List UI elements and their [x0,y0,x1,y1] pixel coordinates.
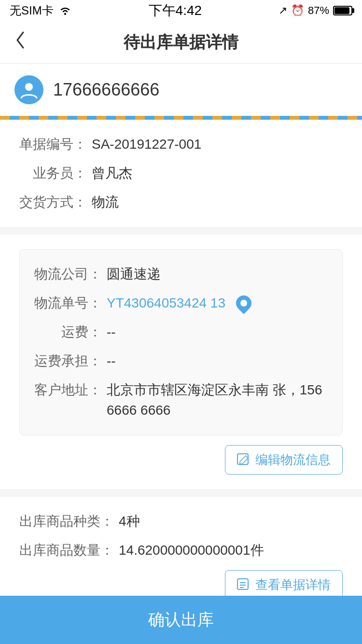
svg-point-0 [64,13,66,15]
address-value: 北京市市辖区海淀区永丰南 张，156 6666 6666 [107,380,328,420]
stock-quantity-value: 14.620000000000001件 [119,540,343,560]
edit-icon [237,453,251,467]
user-phone: 17666666666 [53,80,159,100]
salesman-value: 曾凡杰 [92,163,343,183]
detail-list-icon [237,578,251,592]
delivery-value: 物流 [92,192,343,212]
stock-type-label: 出库商品种类： [19,511,114,532]
freight-value: -- [107,322,328,342]
salesman-row: 业务员： 曾凡杰 [19,163,343,183]
basic-info-section: 单据编号： SA-20191227-001 业务员： 曾凡杰 交货方式： 物流 [0,120,362,227]
logistics-company-label: 物流公司： [34,264,102,284]
freight-bear-row: 运费承担： -- [34,351,328,371]
salesman-label: 业务员： [19,163,87,183]
logistics-company-value: 圆通速递 [107,264,328,284]
address-row: 客户地址： 北京市市辖区海淀区永丰南 张，156 6666 6666 [34,380,328,420]
user-header: 17666666666 [0,64,362,116]
confirm-bar[interactable]: 确认出库 [0,596,362,644]
logistics-company-row: 物流公司： 圆通速递 [34,264,328,284]
carrier-text: 无SIM卡 [10,3,54,18]
status-time: 下午4:42 [149,1,202,20]
freight-row: 运费： -- [34,322,328,342]
delivery-label: 交货方式： [19,192,87,212]
freight-bear-value: -- [107,351,328,371]
alarm-icon: ⏰ [291,4,304,17]
stock-type-row: 出库商品种类： 4种 [19,511,343,532]
status-bar: 无SIM卡 下午4:42 ↗ ⏰ 87% [0,0,362,21]
view-detail-label: 查看单据详情 [255,576,331,593]
wifi-icon [58,6,72,15]
nav-bar: 待出库单据详情 [0,21,362,64]
delivery-row: 交货方式： 物流 [19,192,343,212]
edit-logistics-area: 编辑物流信息 [19,445,343,475]
order-no-row: 单据编号： SA-20191227-001 [19,134,343,154]
location-icon: ↗ [278,4,287,17]
view-detail-button[interactable]: 查看单据详情 [225,570,343,600]
dashed-divider [0,116,362,120]
logistics-card: 物流公司： 圆通速递 物流单号： YT43064053424 13 运费： --… [19,249,343,435]
stock-quantity-row: 出库商品数量： 14.620000000000001件 [19,540,343,560]
confirm-label: 确认出库 [148,609,214,631]
stock-quantity-label: 出库商品数量： [19,540,114,560]
battery-percent: 87% [308,4,329,17]
section-sep-1 [0,227,362,235]
edit-logistics-button[interactable]: 编辑物流信息 [225,445,343,475]
section-sep-2 [0,489,362,497]
location-marker-icon[interactable] [233,292,254,314]
logistics-section: 物流公司： 圆通速递 物流单号： YT43064053424 13 运费： --… [0,235,362,489]
back-button[interactable] [14,30,26,54]
tracking-label: 物流单号： [34,293,102,313]
page-title: 待出库单据详情 [124,31,238,54]
address-label: 客户地址： [34,380,102,400]
battery-icon [333,6,352,15]
freight-bear-label: 运费承担： [34,351,102,371]
avatar [14,75,43,104]
status-right: ↗ ⏰ 87% [278,4,352,17]
tracking-value: YT43064053424 13 [107,293,328,313]
order-no-label: 单据编号： [19,134,87,154]
view-detail-area: 查看单据详情 [19,570,343,600]
order-no-value: SA-20191227-001 [92,134,343,154]
tracking-row: 物流单号： YT43064053424 13 [34,293,328,313]
edit-logistics-label: 编辑物流信息 [255,451,331,468]
stock-type-value: 4种 [119,511,343,532]
status-left: 无SIM卡 [10,3,72,18]
freight-label: 运费： [34,322,102,342]
svg-point-1 [25,83,33,91]
